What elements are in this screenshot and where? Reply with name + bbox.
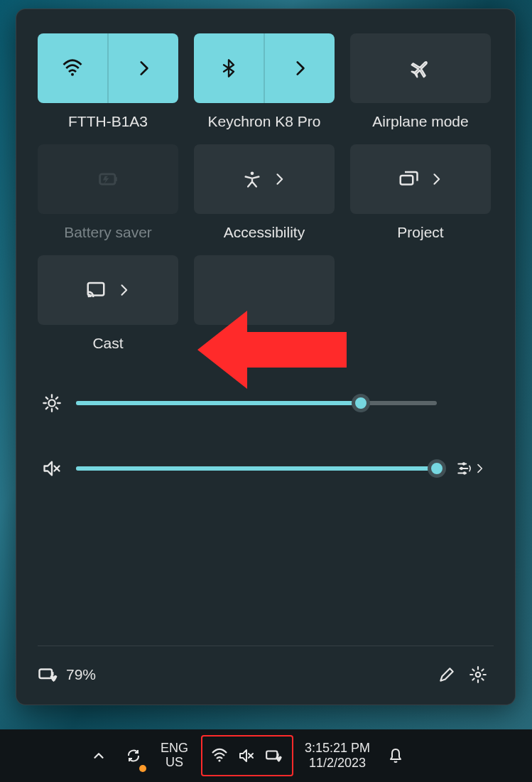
brightness-row [42, 393, 489, 413]
volume-row [42, 459, 489, 478]
sliders-group [38, 393, 494, 478]
project-tile[interactable] [350, 144, 491, 214]
cast-icon [85, 279, 107, 301]
system-tray[interactable] [201, 735, 293, 776]
language-switcher[interactable]: ENG US [155, 735, 194, 776]
chevron-right-icon [134, 59, 153, 77]
wifi-label: FTTH-B1A3 [68, 113, 148, 130]
tiles-grid: FTTH-B1A3 Keychron K8 Pro Airplane mode … [38, 33, 494, 352]
wifi-tile[interactable] [38, 33, 178, 103]
wifi-expand[interactable] [109, 33, 178, 103]
battery-saver-label: Battery saver [64, 224, 152, 241]
battery-saver-tile [38, 144, 178, 214]
bluetooth-toggle[interactable] [194, 33, 264, 103]
date-label: 11/2/2023 [309, 756, 366, 771]
battery-heart-icon [265, 746, 283, 765]
panel-footer: 79% [38, 646, 494, 690]
airplane-label: Airplane mode [372, 113, 468, 130]
tray-overflow-button[interactable] [85, 735, 112, 776]
notifications-button[interactable] [381, 735, 410, 776]
wifi-toggle[interactable] [38, 33, 107, 103]
lang-secondary: US [165, 756, 183, 770]
wifi-icon [211, 747, 228, 764]
accessibility-icon [242, 169, 262, 189]
cast-label: Cast [92, 335, 123, 352]
airplane-icon [409, 57, 432, 80]
chevron-right-icon [429, 172, 443, 186]
battery-status[interactable]: 79% [38, 664, 96, 685]
bluetooth-expand[interactable] [265, 33, 335, 103]
battery-saver-icon [96, 167, 120, 191]
status-dot-icon [139, 765, 146, 772]
bell-icon [387, 747, 404, 764]
battery-percent: 79% [66, 666, 96, 683]
project-label: Project [397, 224, 443, 241]
chevron-right-icon [291, 59, 309, 77]
pencil-icon [438, 665, 456, 684]
battery-heart-icon [38, 664, 59, 685]
clock[interactable]: 3:15:21 PM 11/2/2023 [300, 735, 374, 776]
accessibility-label: Accessibility [224, 224, 305, 241]
brightness-slider[interactable] [76, 395, 437, 412]
nearby-sharing-label: Nearby sharing [214, 335, 315, 352]
settings-button[interactable] [462, 659, 494, 690]
edit-quick-settings-button[interactable] [431, 659, 462, 690]
bluetooth-tile[interactable] [194, 33, 335, 103]
nearby-sharing-tile[interactable]: . [194, 255, 335, 325]
chevron-up-icon [91, 748, 107, 764]
taskbar: ENG US 3:15:21 PM 11/2/2023 [0, 729, 532, 782]
volume-muted-icon[interactable] [42, 459, 62, 478]
cast-tile[interactable] [38, 255, 178, 325]
chevron-right-icon [116, 283, 131, 297]
mixer-icon [455, 459, 474, 478]
wifi-icon [62, 58, 83, 79]
airplane-tile[interactable] [350, 33, 491, 103]
sync-icon [125, 747, 142, 764]
accessibility-tile[interactable] [194, 144, 335, 214]
volume-slider[interactable] [76, 460, 437, 477]
project-icon [398, 168, 419, 190]
bluetooth-label: Keychron K8 Pro [208, 113, 321, 130]
volume-mixer-button[interactable] [451, 459, 489, 478]
volume-muted-icon [238, 747, 255, 764]
time-label: 3:15:21 PM [305, 741, 370, 756]
bluetooth-icon [219, 58, 239, 78]
lang-primary: ENG [161, 741, 188, 756]
chevron-right-icon [272, 172, 286, 186]
quick-settings-panel: FTTH-B1A3 Keychron K8 Pro Airplane mode … [16, 9, 516, 705]
brightness-icon [42, 393, 62, 413]
gear-icon [469, 665, 487, 684]
chevron-right-icon [474, 463, 485, 474]
onedrive-sync-button[interactable] [119, 735, 148, 776]
